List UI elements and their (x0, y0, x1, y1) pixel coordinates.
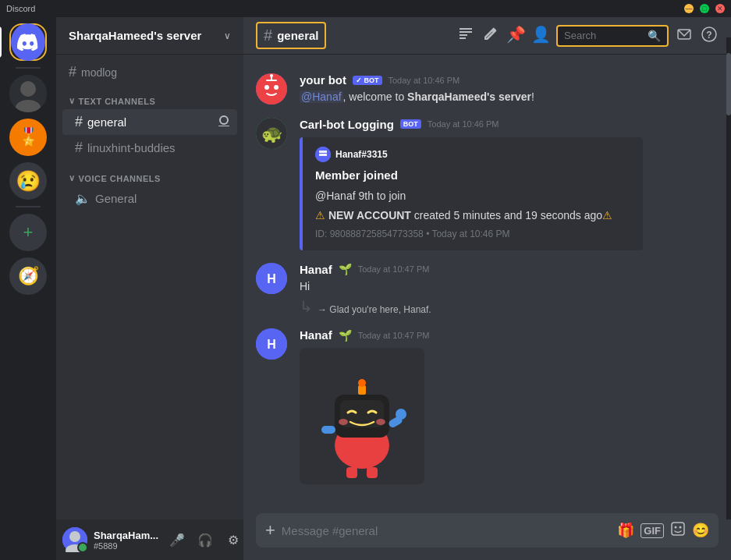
gif-icon[interactable]: GIF (641, 523, 664, 538)
home-icon (11, 23, 45, 61)
deafen-button[interactable]: 🎧 (193, 527, 218, 552)
mute-button[interactable]: 🎤 (165, 527, 190, 552)
svg-text:H: H (267, 272, 276, 285)
messages-area: your bot ✓ BOT Today at 10:46 PM @Hanaf,… (243, 55, 731, 513)
username: SharqaHam... (94, 530, 158, 541)
carlbot-author: Carl-bot Logging (300, 118, 394, 131)
add-member-icon[interactable] (218, 115, 231, 129)
voice-channel-general[interactable]: 🔈 General (62, 186, 237, 211)
threads-icon[interactable] (456, 25, 475, 44)
main-content: # general 📌 👤 🔍 (243, 17, 731, 560)
robot-sticker (307, 352, 417, 480)
window-controls: — □ ✕ (684, 4, 725, 13)
server-icon-stack[interactable]: 🎖️ (9, 119, 47, 156)
yourbot-message-content: your bot ✓ BOT Today at 10:46 PM @Hanaf,… (300, 73, 719, 105)
server-icon-emoji[interactable]: 😢 (9, 162, 47, 200)
bot-badge-carlbot: BOT (400, 119, 421, 129)
search-box[interactable]: 🔍 (556, 25, 669, 47)
new-member-badge-2: 🌱 (339, 329, 352, 342)
close-button[interactable]: ✕ (715, 4, 725, 13)
new-member-badge: 🌱 (339, 263, 352, 275)
hanaf2-message-header: Hanaf 🌱 Today at 10:47 PM (300, 328, 719, 342)
emoji-server-avatar: 😢 (9, 162, 47, 200)
message-group-yourbot: your bot ✓ BOT Today at 10:46 PM @Hanaf,… (256, 67, 719, 112)
maximize-button[interactable]: □ (700, 4, 709, 13)
hanaf2-message-content: Hanaf 🌱 Today at 10:47 PM (300, 328, 719, 484)
scrollbar-track[interactable] (726, 37, 731, 519)
server-header[interactable]: SharqaHameed's server ∨ (56, 17, 243, 55)
user-avatar (62, 527, 87, 552)
message-input[interactable] (282, 524, 611, 537)
svg-point-31 (396, 409, 406, 420)
svg-point-14 (270, 74, 273, 77)
hash-icon-linuxhint: # (75, 140, 83, 156)
svg-rect-29 (321, 426, 335, 434)
reply-indicator: ↳ → Glad you're here, Hanaf. (256, 300, 719, 319)
carlbot-avatar: 🐢 (256, 118, 287, 149)
carlbot-message-content: Carl-bot Logging BOT Today at 10:46 PM H… (300, 118, 719, 250)
hanaf2-author: Hanaf (300, 328, 332, 342)
hanaf1-time: Today at 10:47 PM (358, 264, 430, 274)
add-member-topbar-icon[interactable]: 👤 (531, 25, 550, 44)
hanaf2-time: Today at 10:47 PM (358, 331, 430, 340)
attach-button[interactable]: + (265, 520, 275, 541)
user-discriminator: #5889 (94, 541, 158, 551)
explore-servers-button[interactable]: 🧭 (9, 257, 47, 295)
channel-item-linuxhint[interactable]: # linuxhint-buddies (62, 135, 237, 161)
channel-item-general[interactable]: # general (62, 109, 237, 135)
svg-text:H: H (267, 338, 276, 351)
server-icon-sharqa[interactable] (9, 75, 47, 112)
help-icon[interactable]: ? (700, 25, 719, 44)
message-input-box: + 🎁 GIF 😊 (256, 513, 719, 548)
reply-text: → Glad you're here, Hanaf. (318, 304, 431, 315)
settings-button[interactable]: ⚙ (221, 527, 246, 552)
inbox-icon[interactable] (675, 25, 694, 44)
topbar-hash-icon: # (264, 27, 272, 44)
add-server-button[interactable]: + (9, 214, 47, 251)
svg-rect-33 (367, 467, 378, 478)
svg-point-11 (274, 85, 279, 90)
svg-point-1 (20, 81, 36, 97)
svg-point-10 (264, 85, 269, 90)
svg-point-4 (69, 531, 80, 542)
minimize-button[interactable]: — (684, 4, 694, 13)
server-sidebar: 🎖️ 😢 + 🧭 (0, 17, 56, 560)
yourbot-message-text: @Hanaf, welcome to SharqaHameed's server… (300, 90, 719, 105)
hanaf1-message-content: Hanaf 🌱 Today at 10:47 PM Hi (300, 263, 719, 295)
message-group-carlbot: 🐢 Carl-bot Logging BOT Today at 10:46 PM (256, 112, 719, 257)
category-voice-channels[interactable]: ∨ VOICE CHANNELS (56, 161, 243, 186)
plus-icon: + (23, 222, 34, 243)
edit-icon[interactable] (481, 25, 500, 44)
message-input-area: + 🎁 GIF 😊 (243, 513, 731, 560)
hanaf-avatar-1: H (256, 263, 287, 294)
message-group-hanaf2: H Hanaf 🌱 Today at 10:47 PM (256, 322, 719, 491)
scrollbar-thumb[interactable] (726, 53, 731, 115)
message-group-hanaf1: H Hanaf 🌱 Today at 10:47 PM Hi (256, 257, 719, 301)
user-area: SharqaHam... #5889 🎤 🎧 ⚙ (56, 519, 243, 560)
sticker-icon[interactable] (670, 521, 686, 541)
app-title: Discord (6, 4, 35, 13)
embed-author: Hanaf#3315 (315, 147, 630, 162)
svg-rect-12 (266, 80, 277, 81)
hanaf-mention[interactable]: @Hanaf (300, 90, 343, 103)
category-text-channels[interactable]: ∨ TEXT CHANNELS (56, 83, 243, 109)
server-icon-home[interactable] (9, 23, 47, 61)
svg-rect-32 (346, 467, 357, 478)
search-input[interactable] (564, 30, 643, 41)
input-icons: 🎁 GIF 😊 (617, 521, 709, 541)
hanaf-embed-mention[interactable]: @Hanaf (315, 190, 356, 202)
svg-text:🐢: 🐢 (261, 123, 283, 144)
category-label: TEXT CHANNELS (79, 97, 156, 106)
yourbot-author: your bot (300, 73, 346, 87)
svg-point-38 (680, 526, 682, 528)
user-info: SharqaHam... #5889 (94, 530, 158, 551)
sharqa-server-avatar (9, 75, 47, 112)
gift-icon[interactable]: 🎁 (617, 522, 634, 539)
svg-rect-36 (672, 523, 684, 535)
voice-channel-name: General (95, 192, 137, 205)
emoji-icon[interactable]: 😊 (692, 522, 709, 539)
embed-field3: ID: 980888725854773358 • Today at 10:46 … (315, 227, 630, 241)
reply-curve-icon: ↳ (300, 297, 313, 316)
channel-item-modlog[interactable]: # modlog (56, 61, 243, 83)
pin-icon[interactable]: 📌 (506, 25, 525, 44)
